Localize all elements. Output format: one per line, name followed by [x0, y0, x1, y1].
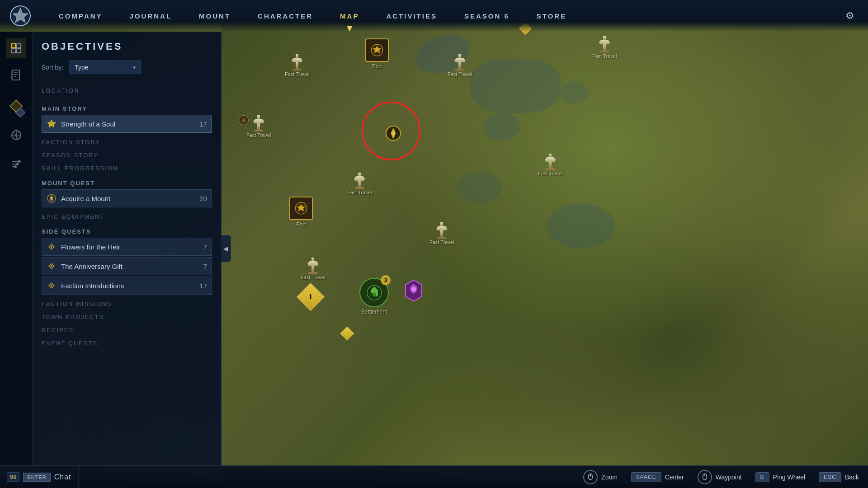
control-ping-wheel: B Ping Wheel: [755, 472, 806, 482]
fort-marker-bottom[interactable]: Fort: [289, 197, 313, 228]
quest-number-faction-introductions: 17: [199, 282, 207, 290]
quest-number-strength-of-soul: 17: [199, 120, 207, 128]
quest-item-faction-introductions[interactable]: Faction Introductions 17: [42, 277, 212, 295]
fort-label-top: Fort: [372, 63, 382, 70]
map-background[interactable]: Fast Travel Fort: [222, 0, 868, 488]
svg-rect-13: [17, 49, 21, 53]
quest-name-strength-of-soul: Strength of a Soul: [61, 120, 195, 128]
quest-number-acquire-mount: 20: [199, 195, 207, 202]
sort-label: Sort by:: [42, 64, 63, 71]
fort-marker-top[interactable]: Fort: [365, 38, 389, 70]
svg-rect-18: [11, 71, 13, 79]
nav-item-activities[interactable]: ACTIVITIES: [373, 0, 451, 32]
control-zoom: Zoom: [583, 470, 618, 484]
svg-rect-6: [373, 293, 376, 296]
back-label: Back: [845, 474, 859, 481]
objectives-title: OBJECTIVES: [42, 41, 212, 52]
fast-travel-label-3: Fast Travel: [592, 53, 617, 59]
nav-item-store[interactable]: STORE: [523, 0, 580, 32]
sort-select[interactable]: Type Level Name: [69, 61, 141, 74]
control-back: ESC Back: [819, 472, 859, 482]
quest-item-flowers-heir[interactable]: Flowers for the Heir 7: [42, 238, 212, 256]
waypoint-label: Waypoint: [716, 474, 742, 481]
quest-item-acquire-mount[interactable]: Acquire a Mount 20: [42, 189, 212, 207]
nav-items: COMPANY JOURNAL MOUNT CHARACTER MAP ACTI…: [45, 0, 841, 32]
sidebar-icon-journal[interactable]: [6, 65, 26, 85]
fast-travel-label-7: Fast Travel: [429, 239, 454, 245]
fast-travel-marker-1[interactable]: Fast Travel: [285, 54, 309, 77]
section-header-season-story: SEASON STORY: [42, 147, 212, 160]
quest-item-strength-of-soul[interactable]: Strength of a Soul 17: [42, 115, 212, 133]
fast-travel-marker-2[interactable]: Fast Travel: [448, 54, 472, 77]
quest-item-anniversary-gift[interactable]: The Anniversary Gift 7: [42, 257, 212, 275]
fast-travel-label-1: Fast Travel: [285, 71, 309, 77]
quest-icon-flowers: [47, 242, 57, 252]
svg-point-29: [14, 165, 17, 168]
section-header-town-projects: TOWN PROJECTS: [42, 309, 212, 322]
settlement-label: Settlement: [361, 309, 387, 315]
section-header-faction-story: FACTION STORY: [42, 134, 212, 147]
nav-item-character[interactable]: CHARACTER: [244, 0, 326, 32]
quest-name-flowers-heir: Flowers for the Heir: [61, 243, 199, 251]
fast-travel-label-8: Fast Travel: [301, 275, 325, 280]
ping-wheel-label: Ping Wheel: [773, 474, 806, 481]
fast-travel-marker-5[interactable]: Fast Travel: [347, 173, 372, 195]
quest-icon-main: [47, 119, 57, 129]
section-header-mount-quest: MOUNT QUEST: [42, 174, 212, 189]
svg-point-32: [50, 197, 53, 200]
settings-icon[interactable]: ⚙: [841, 7, 859, 25]
section-header-side-quests: SIDE QUESTS: [42, 222, 212, 238]
control-center: SPACE Center: [631, 472, 684, 482]
bottom-bar: 99 ENTER Chat Zoom SPACE Center: [0, 465, 868, 488]
diamond-marker-bottom[interactable]: [342, 328, 352, 338]
nav-item-season6[interactable]: SEASON 6: [451, 0, 523, 32]
sidebar-icon-objectives[interactable]: [6, 38, 26, 58]
section-header-faction-missions: FACTION MISSIONS: [42, 296, 212, 309]
fast-travel-marker-8[interactable]: Fast Travel: [301, 258, 325, 280]
section-header-event-quests: EVENT QUESTS: [42, 335, 212, 348]
nav-item-journal[interactable]: JOURNAL: [116, 0, 186, 32]
fast-travel-marker-4[interactable]: Fast Travel: [246, 115, 271, 138]
svg-point-41: [590, 475, 591, 476]
control-waypoint: Waypoint: [698, 470, 742, 484]
svg-rect-12: [17, 44, 21, 48]
bottom-controls: Zoom SPACE Center Waypoint B Ping Wheel …: [79, 470, 868, 484]
sort-select-wrapper: Type Level Name: [69, 61, 141, 74]
svg-point-9: [411, 287, 416, 291]
nav-item-company[interactable]: COMPANY: [45, 0, 116, 32]
fast-travel-marker-3[interactable]: Fast Travel: [592, 36, 617, 59]
quest-name-anniversary-gift: The Anniversary Gift: [61, 263, 199, 270]
svg-point-36: [51, 265, 52, 267]
nav-item-mount[interactable]: MOUNT: [185, 0, 244, 32]
svg-rect-14: [12, 70, 19, 80]
fast-travel-marker-7[interactable]: Fast Travel: [429, 222, 454, 245]
esc-key: ESC: [819, 472, 841, 482]
svg-point-34: [51, 246, 52, 248]
diamond-marker-1[interactable]: 1: [301, 287, 321, 307]
collapse-sidebar-button[interactable]: ◀: [221, 235, 231, 262]
waypoint-mouse-icon: [698, 470, 712, 484]
quest-number-flowers-heir: 7: [203, 243, 207, 251]
nav-logo[interactable]: [9, 5, 32, 27]
chat-label[interactable]: Chat: [54, 473, 71, 481]
svg-rect-11: [12, 49, 16, 53]
b-key: B: [755, 472, 769, 482]
space-key: SPACE: [631, 472, 661, 482]
faction-marker[interactable]: [405, 279, 423, 304]
player-marker[interactable]: [384, 124, 402, 142]
chat-section: 99 ENTER Chat: [0, 466, 79, 488]
nav-item-map[interactable]: MAP: [326, 0, 373, 32]
chat-count-badge: 99: [7, 472, 19, 482]
npc-marker[interactable]: ⚔: [239, 115, 249, 125]
top-nav: COMPANY JOURNAL MOUNT CHARACTER MAP ACTI…: [0, 0, 868, 32]
sidebar-icon-skills[interactable]: [6, 125, 26, 145]
fast-travel-marker-6[interactable]: Fast Travel: [538, 154, 562, 176]
map-terrain: Fast Travel Fort: [222, 0, 868, 488]
sidebar-icon-filter[interactable]: [6, 154, 26, 174]
settlement-marker[interactable]: 3 Settlement: [359, 278, 389, 315]
quest-icon-faction-intro: [47, 281, 57, 291]
section-header-recipes: RECIPES: [42, 322, 212, 335]
sidebar-icon-waypoint[interactable]: [6, 96, 26, 116]
fast-travel-label-4: Fast Travel: [246, 132, 271, 138]
enter-key-badge[interactable]: ENTER: [23, 473, 50, 482]
